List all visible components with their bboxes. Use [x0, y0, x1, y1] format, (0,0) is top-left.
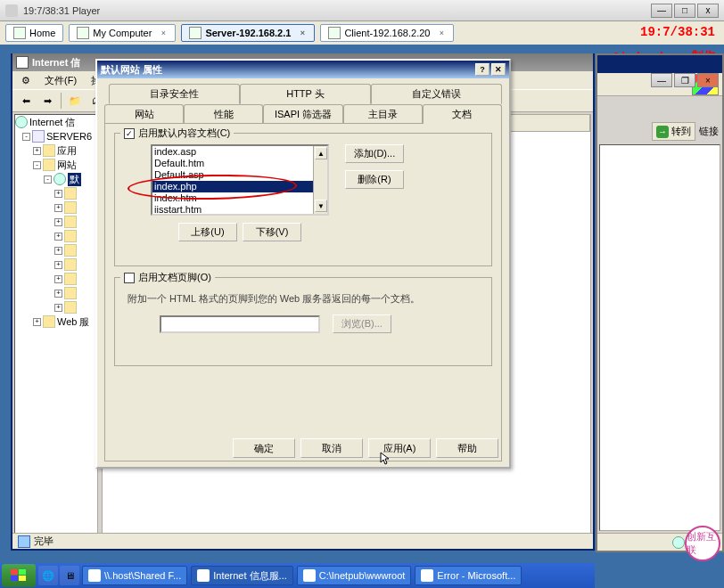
player-max-button[interactable]: □ — [674, 4, 695, 18]
tab-custom-errors[interactable]: 自定义错误 — [371, 84, 502, 104]
mmc-icon: ⚙ — [16, 70, 36, 90]
folder-icon — [64, 258, 77, 271]
tree-expand[interactable]: + — [54, 304, 62, 312]
enable-default-doc-label: 启用默认内容文档(C) — [138, 127, 230, 140]
up-button[interactable]: 📁 — [65, 91, 85, 110]
cancel-button[interactable]: 取消 — [300, 438, 363, 458]
taskbar-item[interactable]: \\.host\Shared F... — [82, 566, 187, 585]
scroll-down-button[interactable]: ▼ — [315, 200, 327, 212]
list-scrollbar[interactable]: ▲ ▼ — [313, 146, 327, 214]
move-down-button[interactable]: 下移(V) — [243, 223, 301, 241]
tab-performance[interactable]: 性能 — [184, 104, 263, 124]
tree-root[interactable]: Internet 信 — [29, 116, 75, 129]
list-item[interactable]: Default.htm — [152, 158, 327, 169]
quicklaunch-ie[interactable]: 🌐 — [38, 566, 58, 585]
folder-icon — [43, 144, 55, 157]
tab-website[interactable]: 网站 — [104, 104, 184, 124]
ie-body — [599, 144, 720, 531]
tab-server[interactable]: Server-192.168.2.1 × — [181, 24, 315, 42]
list-item-selected[interactable]: index.php — [152, 181, 327, 192]
tab-home-dir[interactable]: 主目录 — [343, 104, 423, 124]
tab-close-icon[interactable]: × — [437, 29, 446, 37]
tab-close-icon[interactable]: × — [298, 29, 307, 37]
svg-rect-0 — [11, 569, 18, 575]
tab-documents[interactable]: 文档 — [423, 104, 502, 124]
tab-http-headers[interactable]: HTTP 头 — [240, 84, 371, 104]
tree-expand[interactable]: + — [33, 147, 41, 155]
tree-server[interactable]: SERVER6 — [46, 131, 92, 142]
iis-icon — [197, 569, 210, 582]
tree-web[interactable]: Web 服 — [57, 315, 89, 329]
scroll-up-button[interactable]: ▲ — [315, 147, 327, 159]
ie-close-button[interactable]: × — [697, 73, 719, 87]
default-documents-list[interactable]: index.asp Default.htm Default.asp index.… — [151, 144, 329, 216]
folder-icon — [88, 569, 101, 582]
documents-panel: ✓ 启用默认内容文档(C) index.asp Default.htm Defa… — [104, 123, 502, 461]
forward-button[interactable]: ➡ — [37, 91, 57, 110]
taskbar-item[interactable]: C:\Inetpub\wwwroot — [297, 566, 412, 585]
tree-expand[interactable]: + — [54, 247, 62, 255]
dialog-title: 默认网站 属性 — [101, 63, 475, 77]
taskbar-item[interactable]: Error - Microsoft... — [415, 566, 522, 585]
tab-client[interactable]: Client-192.168.2.20 × — [320, 24, 454, 42]
apply-button[interactable]: 应用(A) — [368, 438, 431, 458]
tree-collapse[interactable]: - — [33, 161, 41, 169]
help-button[interactable]: 帮助 — [436, 438, 498, 458]
ie-window-partial: — ❐ × → 转到 链接 本地 In — [596, 53, 724, 552]
delete-button[interactable]: 删除(R) — [345, 170, 404, 189]
dialog-titlebar[interactable]: 默认网站 属性 ? ✕ — [97, 61, 509, 78]
tree-expand[interactable]: + — [54, 275, 62, 283]
list-item[interactable]: index.asp — [152, 146, 327, 158]
svg-rect-3 — [19, 576, 26, 581]
tab-dir-security[interactable]: 目录安全性 — [109, 84, 240, 104]
tree-apps[interactable]: 应用 — [57, 144, 77, 158]
enable-footer-checkbox[interactable] — [124, 273, 135, 283]
list-item[interactable]: index.htm — [152, 192, 327, 204]
folder-icon — [64, 230, 77, 242]
tree-collapse[interactable]: - — [44, 176, 52, 184]
iis-icon — [16, 56, 29, 69]
tab-isapi[interactable]: ISAPI 筛选器 — [263, 104, 342, 124]
player-min-button[interactable]: — — [651, 4, 672, 18]
ok-button[interactable]: 确定 — [233, 438, 295, 458]
taskbar-item-active[interactable]: Internet 信息服... — [191, 566, 293, 585]
overlay-timestamp: 19:7/38:31 — [640, 25, 715, 39]
ie-min-button[interactable]: — — [651, 73, 672, 87]
move-up-button[interactable]: 上移(U) — [178, 223, 237, 241]
back-button[interactable]: ⬅ — [16, 91, 36, 110]
iis-tree[interactable]: Internet 信 -SERVER6 +应用 -网站 -默 + + + + +… — [14, 114, 98, 547]
menu-file[interactable]: 文件(F) — [39, 72, 82, 89]
svg-rect-1 — [19, 569, 26, 575]
tree-expand[interactable]: + — [54, 233, 62, 241]
list-item[interactable]: iisstart.htm — [152, 204, 327, 216]
quicklaunch-desktop[interactable]: 🖥 — [60, 566, 79, 585]
list-item[interactable]: Default.asp — [152, 169, 327, 181]
add-button[interactable]: 添加(D)... — [345, 144, 404, 163]
tab-mycomputer[interactable]: My Computer × — [69, 24, 176, 42]
tree-expand[interactable]: + — [33, 318, 41, 326]
tree-default-site[interactable]: 默 — [68, 173, 81, 186]
tree-expand[interactable]: + — [54, 290, 62, 298]
dialog-help-button[interactable]: ? — [475, 63, 490, 76]
tree-expand[interactable]: + — [54, 218, 62, 226]
tree-collapse[interactable]: - — [22, 133, 30, 141]
server-icon — [32, 130, 45, 143]
go-button[interactable]: → 转到 — [652, 122, 695, 141]
start-button[interactable] — [2, 564, 36, 587]
tree-expand[interactable]: + — [54, 190, 62, 198]
dialog-close-button[interactable]: ✕ — [491, 63, 506, 76]
tree-expand[interactable]: + — [54, 204, 62, 212]
tab-close-icon[interactable]: × — [159, 29, 168, 37]
tree-expand[interactable]: + — [54, 261, 62, 269]
tab-home[interactable]: Home — [5, 24, 63, 42]
folder-icon — [64, 244, 77, 257]
client-icon — [328, 27, 341, 39]
tree-sites[interactable]: 网站 — [57, 159, 77, 172]
player-close-button[interactable]: x — [697, 4, 719, 18]
dialog-buttons: 确定 取消 应用(A) 帮助 — [233, 438, 498, 458]
default-doc-groupbox: ✓ 启用默认内容文档(C) index.asp Default.htm Defa… — [114, 133, 492, 266]
enable-default-doc-checkbox[interactable]: ✓ — [124, 128, 135, 139]
computer-icon — [77, 27, 89, 39]
ie-restore-button[interactable]: ❐ — [674, 73, 695, 87]
site-icon — [53, 173, 66, 185]
